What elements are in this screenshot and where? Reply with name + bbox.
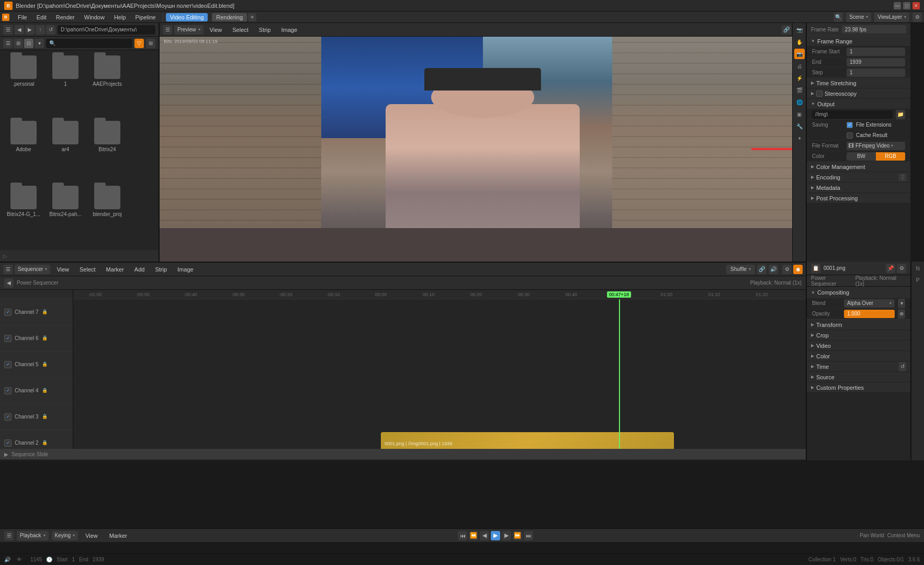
- frame-range-header[interactable]: ▼ Frame Range: [807, 36, 910, 47]
- file-item-adobe[interactable]: Adobe: [5, 121, 42, 181]
- seq-menu-marker[interactable]: Marker: [102, 265, 128, 274]
- keying-mode[interactable]: Keying ▾: [52, 531, 78, 540]
- rgb-btn[interactable]: RGB: [876, 152, 905, 161]
- transform-header[interactable]: ▶ Transform: [807, 320, 910, 330]
- file-item-aaeprojects[interactable]: AAEProjects: [89, 55, 126, 116]
- opacity-bar[interactable]: 1.000: [844, 310, 895, 318]
- file-extensions-cb[interactable]: ✓: [847, 122, 853, 128]
- time-stretching-header[interactable]: ▶ Time Stretching: [807, 78, 910, 88]
- view-layer-selector[interactable]: ViewLayer ▾: [874, 13, 909, 22]
- seq-settings-icon[interactable]: ⚙: [782, 265, 792, 274]
- add-workspace-btn[interactable]: +: [248, 13, 256, 21]
- video-header[interactable]: ▶ Video: [807, 341, 910, 351]
- output-path-field[interactable]: //img\: [812, 110, 893, 119]
- seq-view-toggle[interactable]: ☰: [3, 265, 13, 274]
- seq-menu-strip[interactable]: Strip: [151, 265, 171, 274]
- encoding-header[interactable]: ▶ Encoding ⋮: [807, 172, 910, 183]
- file-item-1[interactable]: 1: [47, 55, 84, 116]
- seq-left-arrow[interactable]: ◀: [4, 278, 14, 288]
- prev-btn[interactable]: ◀: [480, 531, 489, 540]
- playback-toggle-1[interactable]: ☰: [4, 531, 14, 540]
- color-seq-header[interactable]: ▶ Color: [807, 351, 910, 361]
- maximize-btn[interactable]: □: [903, 2, 910, 9]
- preview-view-toggle[interactable]: ☰: [163, 25, 172, 35]
- preview-mode-dropdown[interactable]: Preview ▾: [174, 25, 204, 35]
- metadata-header[interactable]: ▶ Metadata: [807, 183, 910, 193]
- seq-audio-icon[interactable]: 🔊: [769, 265, 778, 274]
- file-item-bitrix24[interactable]: Bitrix24: [89, 121, 126, 181]
- menu-render[interactable]: Render: [52, 13, 79, 21]
- minimize-btn[interactable]: —: [894, 2, 901, 9]
- props-render-icon[interactable]: 📷: [794, 49, 805, 59]
- fb-small-grid-view[interactable]: ⊞: [14, 39, 23, 48]
- compositing-header[interactable]: ▼ Compositing: [807, 287, 910, 298]
- shuffle-dropdown[interactable]: Shuffle ▾: [726, 265, 755, 274]
- menu-video-editing[interactable]: Video Editing: [166, 13, 208, 21]
- preview-menu-select[interactable]: Select: [228, 26, 253, 34]
- file-format-btn[interactable]: 🎞 FFmpeg Video ▾: [847, 142, 905, 150]
- props-scene-icon[interactable]: 🎬: [794, 85, 805, 95]
- fb-path-bar[interactable]: D:\pahom\OneDrive\Документы\: [58, 25, 155, 35]
- ch6-check[interactable]: ✓: [4, 335, 12, 342]
- fb-filter-btn[interactable]: ▽: [134, 39, 144, 48]
- custom-props-header[interactable]: ▶ Custom Properties: [807, 382, 910, 393]
- timeline-ruler[interactable]: -01:00 -00:50 -00:40 -00:30 -00:20 -00:1…: [73, 290, 806, 299]
- props-world-icon[interactable]: 🌐: [794, 97, 805, 107]
- time-header[interactable]: ▶ Time ↺: [807, 361, 910, 372]
- menu-pipeline[interactable]: Pipeline: [131, 13, 160, 21]
- frame-end-value[interactable]: 1939: [847, 58, 905, 66]
- side-icon-1[interactable]: N: [912, 263, 923, 274]
- crop-header[interactable]: ▶ Crop: [807, 330, 910, 341]
- side-icon-2[interactable]: P: [912, 275, 923, 285]
- scene-selector[interactable]: Scene ▾: [846, 13, 871, 22]
- props-view-layer-icon[interactable]: ⚡: [794, 73, 805, 83]
- menu-help[interactable]: Help: [110, 13, 130, 21]
- props-modifier-icon[interactable]: 🔧: [794, 121, 805, 131]
- ch2-check[interactable]: ✓: [4, 439, 12, 447]
- jump-end-btn[interactable]: ⏭: [524, 531, 533, 540]
- props-object-icon[interactable]: ▣: [794, 109, 805, 119]
- play-btn[interactable]: ▶: [491, 531, 500, 540]
- file-item-personal[interactable]: .personal: [5, 55, 42, 116]
- file-item-blender-proj[interactable]: blender_proj: [89, 186, 126, 246]
- frame-step-value[interactable]: 1: [847, 69, 905, 77]
- seq-menu-select[interactable]: Select: [75, 265, 100, 274]
- playback-mode[interactable]: Playback ▾: [17, 531, 49, 540]
- opacity-extra-btn[interactable]: ⊕: [898, 309, 905, 319]
- fb-search[interactable]: 🔍: [46, 39, 132, 48]
- psp-icon[interactable]: 📋: [811, 264, 820, 273]
- fb-large-grid-view[interactable]: ⊟: [24, 39, 33, 48]
- seq-mode-dropdown[interactable]: Sequencer ▾: [15, 265, 50, 274]
- search-icon-top[interactable]: 🔍: [833, 13, 843, 22]
- fb-forward-btn[interactable]: ▶: [25, 25, 35, 35]
- cache-result-cb[interactable]: [847, 132, 853, 139]
- file-item-bitrix24-g[interactable]: Bitrix24-G_1...: [5, 186, 42, 246]
- preview-menu-view[interactable]: View: [206, 26, 227, 34]
- ch5-check[interactable]: ✓: [4, 361, 12, 368]
- blend-extra-btn[interactable]: ▾: [898, 299, 905, 308]
- gear-icon-top[interactable]: ⚙: [912, 13, 922, 22]
- props-camera-icon[interactable]: 📷: [794, 25, 805, 35]
- ch3-check[interactable]: ✓: [4, 413, 12, 421]
- stereoscopy-header[interactable]: ▶ Stereoscopy: [807, 88, 910, 99]
- blend-dropdown[interactable]: Alpha Over ▾: [844, 299, 895, 308]
- fb-columns-view[interactable]: ▾: [35, 39, 44, 48]
- next-frame-btn[interactable]: ⏩: [513, 531, 522, 540]
- seq-orange-icon[interactable]: ◉: [793, 265, 803, 274]
- output-folder-btn[interactable]: 📁: [896, 110, 905, 119]
- jump-start-btn[interactable]: ⏮: [458, 531, 467, 540]
- seq-menu-view[interactable]: View: [52, 265, 73, 274]
- ch7-check[interactable]: ✓: [4, 309, 12, 316]
- image-strip[interactable]: 0001.png | //img0001.png | 1939: [381, 432, 674, 449]
- preview-link-icon[interactable]: 🔗: [782, 25, 791, 35]
- source-header[interactable]: ▶ Source: [807, 372, 910, 382]
- post-processing-header[interactable]: ▶ Post Processing: [807, 193, 910, 204]
- menu-file[interactable]: File: [14, 13, 31, 21]
- fb-list-view[interactable]: ☰: [3, 39, 13, 48]
- prev-frame-btn[interactable]: ⏪: [469, 531, 478, 540]
- fb-refresh-btn[interactable]: ↺: [46, 25, 55, 35]
- close-btn[interactable]: ✕: [912, 2, 920, 9]
- color-mgmt-header[interactable]: ▶ Color Management: [807, 162, 910, 172]
- fb-sort-btn[interactable]: ⊞: [146, 39, 155, 48]
- pb-marker[interactable]: Marker: [105, 532, 131, 540]
